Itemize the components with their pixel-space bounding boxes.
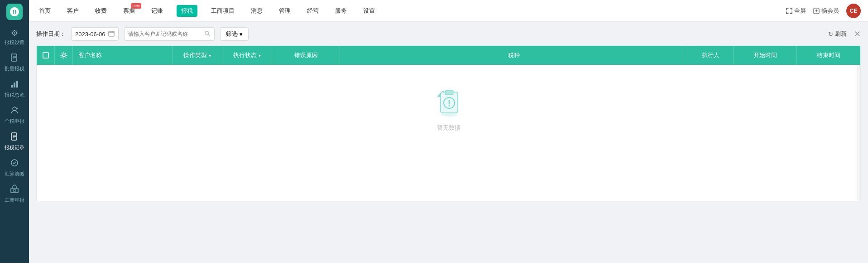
chevron-down-icon: ▾ [240,31,243,38]
th-cuowu-yuanyin: 错误原因 [272,46,340,65]
scrollbar[interactable] [857,65,860,201]
th-jieshu-shijian: 结束时间 [797,46,860,65]
geshui-shenbao-icon [10,106,19,117]
svg-marker-26 [437,96,441,97]
svg-point-22 [205,31,209,35]
svg-rect-28 [445,90,453,95]
nav-jingying[interactable]: 经营 [304,5,321,17]
huisuan-jiaona-icon [10,158,19,170]
nav-shoufei[interactable]: 收费 [92,5,110,17]
nav-shezhi[interactable]: 设置 [360,5,378,17]
svg-point-24 [62,54,65,57]
table-body: 暂无数据 [37,65,860,201]
sidebar-item-piliang-baoshui[interactable]: 批量报税 [0,49,29,76]
svg-rect-15 [11,188,18,193]
top-nav: 首页 客户 收费 票据 new 记账 报税 工商项目 消息 管理 经营 服务 设… [29,0,868,22]
th-shuizhong: 税种 [340,46,688,65]
empty-illustration [431,83,467,124]
new-badge: new [131,3,141,9]
svg-point-32 [441,113,457,117]
svg-rect-4 [11,85,13,88]
th-settings[interactable] [55,46,73,65]
date-value: 2023-06-06 [75,31,106,38]
nav-xiaoxi[interactable]: 消息 [248,5,265,17]
filter-btn[interactable]: 筛选 ▾ [220,27,249,41]
fullscreen-btn[interactable]: 全屏 [786,7,806,15]
baoshui-jilu-icon [10,132,19,143]
sort-icon-caozuo: ▾ [209,53,211,58]
svg-rect-16 [14,190,15,191]
nav-right: 全屏 畅会员 CE [786,4,861,18]
svg-rect-18 [109,31,114,36]
table-header: 客户名称 操作类型 ▾ 执行状态 ▾ 错误原因 税种 执行人 [37,46,860,65]
gongshang-nianbao-icon [10,185,19,196]
date-input[interactable]: 2023-06-06 [71,27,119,41]
sort-icon-zhixing: ▾ [259,53,261,58]
th-zhixingren: 执行人 [688,46,734,65]
empty-text: 暂无数据 [437,124,460,132]
member-btn[interactable]: 畅会员 [813,7,839,15]
svg-rect-5 [14,83,15,88]
empty-state: 暂无数据 [37,65,860,150]
select-all-checkbox[interactable] [43,52,49,58]
th-checkbox[interactable] [37,46,55,65]
sidebar-item-geshui-shenbao[interactable]: 个税申报 [0,102,29,128]
close-btn[interactable]: ✕ [854,29,861,39]
table: 客户名称 操作类型 ▾ 执行状态 ▾ 错误原因 税种 执行人 [36,45,861,201]
nav-shouye[interactable]: 首页 [36,5,53,17]
piliang-baoshui-icon [10,53,19,64]
th-kaishi-shijian: 开始时间 [734,46,797,65]
fullscreen-icon [786,8,792,14]
nav-piaoju[interactable]: 票据 new [120,5,138,17]
sidebar-logo[interactable] [6,4,23,20]
nav-gongshang-xiangmu[interactable]: 工商项目 [208,5,237,17]
svg-point-7 [13,107,16,111]
sidebar-item-baoshui-zonlan[interactable]: 报税总览 [0,76,29,102]
date-label: 操作日期： [36,30,66,38]
refresh-btn[interactable]: ↻ 刷新 [828,30,847,38]
sidebar-item-baoshui-shezhi[interactable]: ⚙ 报税设置 [0,24,29,49]
close-icon: ✕ [854,29,861,39]
svg-point-31 [448,105,450,107]
content: 操作日期： 2023-06-06 [29,22,868,263]
toolbar: 操作日期： 2023-06-06 [36,27,861,41]
baoshui-shezhi-icon: ⚙ [11,28,18,38]
nav-baoshui[interactable]: 报税 [177,5,197,17]
search-box[interactable] [124,27,215,41]
sidebar-item-baoshui-jilu[interactable]: 报税记录 [0,128,29,155]
avatar[interactable]: CE [846,4,861,18]
th-caozuo-leixing[interactable]: 操作类型 ▾ [173,46,222,65]
search-input[interactable] [128,31,202,37]
member-icon [813,8,820,14]
nav-fuwu[interactable]: 服务 [332,5,350,17]
baoshui-zonlan-icon [10,79,19,91]
nav-guanli[interactable]: 管理 [276,5,293,17]
search-icon [204,30,211,38]
nav-jizhang[interactable]: 记账 [149,5,166,17]
svg-line-23 [208,34,210,36]
calendar-icon [108,30,115,38]
nav-kehu[interactable]: 客户 [64,5,82,17]
th-zhixing-zhuangtai[interactable]: 执行状态 ▾ [222,46,272,65]
sidebar-item-huisuan-jiaona[interactable]: 汇算清缴 [0,155,29,181]
svg-rect-6 [16,81,18,88]
th-kehu-mingcheng: 客户名称 [73,46,173,65]
settings-icon [60,52,67,59]
sidebar-item-gongshang-nianbao[interactable]: 工商年报 [0,181,29,207]
sidebar: ⚙ 报税设置 批量报税 报税总览 [0,0,29,263]
refresh-icon: ↻ [828,31,833,38]
main-area: 首页 客户 收费 票据 new 记账 报税 工商项目 消息 管理 经营 服务 设… [29,0,868,263]
